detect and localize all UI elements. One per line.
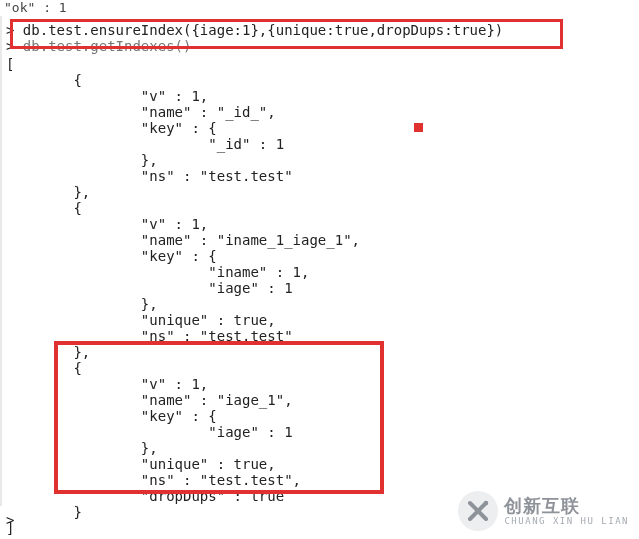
- shell-prompt-empty: >: [6, 512, 14, 528]
- index-entry-2: { "v" : 1, "name" : "iname_1_iage_1", "k…: [6, 200, 360, 360]
- shell-line-1: > db.test.ensureIndex({iage:1},{unique:t…: [6, 22, 503, 38]
- logo-text-en: CHUANG XIN HU LIAN: [504, 517, 629, 526]
- logo-text-cn: 创新互联: [504, 497, 629, 515]
- cursor-marker: [414, 123, 423, 132]
- command-ensureindex: db.test.ensureIndex({iage:1},{unique:tru…: [14, 22, 503, 38]
- index-entry-3: { "v" : 1, "name" : "iage_1", "key" : { …: [6, 360, 301, 520]
- output-array: [ { "v" : 1, "name" : "_id_", "key" : { …: [6, 56, 360, 536]
- watermark-logo: 创新互联 CHUANG XIN HU LIAN: [458, 491, 629, 531]
- command-getindexes: db.test.getIndexes(): [14, 38, 191, 54]
- logo-text: 创新互联 CHUANG XIN HU LIAN: [504, 497, 629, 526]
- index-entry-1: { "v" : 1, "name" : "_id_", "key" : { "_…: [6, 72, 293, 200]
- svg-point-0: [484, 501, 488, 505]
- clipped-prev-line: "ok" : 1: [0, 0, 71, 16]
- shell-line-2: > db.test.getIndexes(): [6, 38, 191, 54]
- logo-icon: [458, 491, 498, 531]
- gutter-line: [0, 16, 2, 506]
- array-open: [: [6, 56, 14, 72]
